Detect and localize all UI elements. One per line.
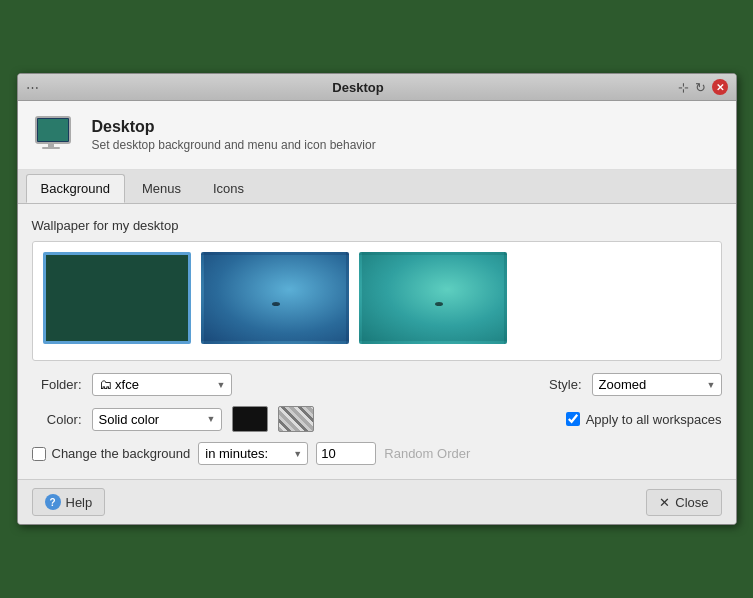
- fish-dot-2: [272, 302, 280, 306]
- tab-bar: Background Menus Icons: [18, 170, 736, 204]
- help-button[interactable]: ? Help: [32, 488, 106, 516]
- title-bar-left: ⋯: [26, 80, 39, 95]
- close-button[interactable]: ✕ Close: [646, 489, 721, 516]
- help-label: Help: [66, 495, 93, 510]
- app-icon: [32, 111, 80, 159]
- change-bg-checkbox[interactable]: [32, 447, 46, 461]
- title-bar-right: ⊹ ↻ ✕: [678, 79, 728, 95]
- title-bar: ⋯ Desktop ⊹ ↻ ✕: [18, 74, 736, 101]
- apply-workspaces-text: Apply to all workspaces: [586, 412, 722, 427]
- wallpaper-grid: [32, 241, 722, 361]
- window-close-button[interactable]: ✕: [712, 79, 728, 95]
- network-icon[interactable]: ⊹: [678, 80, 689, 95]
- apply-workspaces-checkbox[interactable]: [566, 412, 580, 426]
- svg-rect-1: [38, 119, 68, 141]
- monitor-svg: [34, 113, 78, 157]
- change-bg-text: Change the background: [52, 446, 191, 461]
- wallpaper-thumb-2[interactable]: [201, 252, 349, 344]
- window-title: Desktop: [332, 80, 383, 95]
- color-apply-row: Color: Solid color Apply to all workspac…: [32, 406, 722, 432]
- desktop-window: ⋯ Desktop ⊹ ↻ ✕ Desktop Set desktop back…: [17, 73, 737, 525]
- folder-select-wrapper: 🗂 xfce: [92, 373, 232, 396]
- refresh-icon[interactable]: ↻: [695, 80, 706, 95]
- minutes-select-wrapper: in minutes:: [198, 442, 308, 465]
- folder-style-row: Folder: 🗂 xfce Style: Zoomed: [32, 373, 722, 396]
- apply-workspaces-label[interactable]: Apply to all workspaces: [566, 412, 722, 427]
- svg-rect-3: [42, 147, 60, 149]
- app-header: Desktop Set desktop background and menu …: [18, 101, 736, 170]
- tab-content: Wallpaper for my desktop Folder: 🗂 xfce: [18, 204, 736, 479]
- tab-icons[interactable]: Icons: [198, 174, 259, 203]
- color-select-wrapper: Solid color: [92, 408, 222, 431]
- footer: ? Help ✕ Close: [18, 479, 736, 524]
- folder-select[interactable]: 🗂 xfce: [92, 373, 232, 396]
- wallpaper-label: Wallpaper for my desktop: [32, 218, 722, 233]
- header-subtitle: Set desktop background and menu and icon…: [92, 138, 376, 152]
- wallpaper-thumb-1[interactable]: [43, 252, 191, 344]
- tab-menus[interactable]: Menus: [127, 174, 196, 203]
- style-select-wrapper: Zoomed: [592, 373, 722, 396]
- header-title: Desktop: [92, 118, 376, 136]
- header-text: Desktop Set desktop background and menu …: [92, 118, 376, 152]
- help-icon: ?: [45, 494, 61, 510]
- random-order-label: Random Order: [384, 446, 470, 461]
- style-select[interactable]: Zoomed: [592, 373, 722, 396]
- wallpaper-thumb-3[interactable]: [359, 252, 507, 344]
- folder-label: Folder:: [32, 377, 82, 392]
- color-label: Color:: [32, 412, 82, 427]
- change-background-row: Change the background in minutes: Random…: [32, 442, 722, 465]
- minutes-select[interactable]: in minutes:: [198, 442, 308, 465]
- style-label: Style:: [532, 377, 582, 392]
- color-select[interactable]: Solid color: [92, 408, 222, 431]
- fish-dot-3: [435, 302, 443, 306]
- tab-background[interactable]: Background: [26, 174, 125, 203]
- color-swatch-pattern[interactable]: [278, 406, 314, 432]
- close-icon: ✕: [659, 495, 670, 510]
- pin-icon[interactable]: ⋯: [26, 80, 39, 95]
- wallpaper-section: Wallpaper for my desktop: [32, 218, 722, 361]
- color-swatch-dark[interactable]: [232, 406, 268, 432]
- close-label: Close: [675, 495, 708, 510]
- change-bg-label[interactable]: Change the background: [32, 446, 191, 461]
- minutes-input[interactable]: [316, 442, 376, 465]
